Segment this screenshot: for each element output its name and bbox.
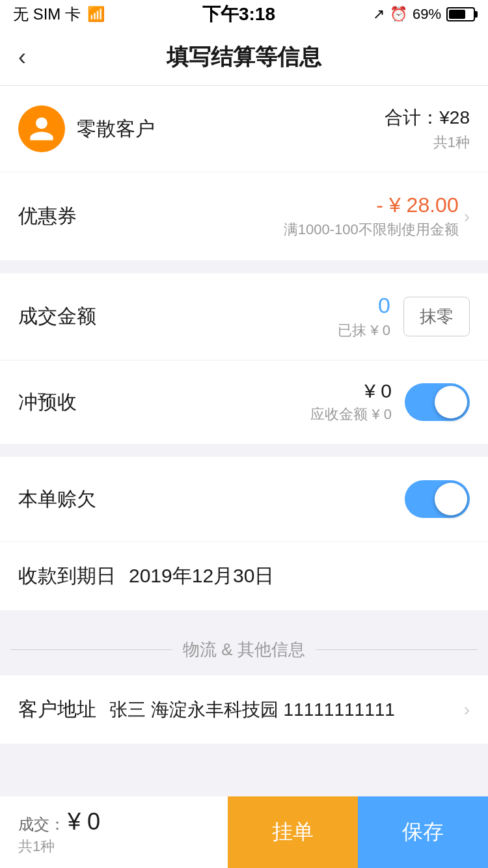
nav-bar: ‹ 填写结算等信息 [0, 29, 488, 86]
due-date-row: 收款到期日 2019年12月30日 [0, 541, 488, 610]
address-chevron-icon: › [464, 699, 470, 720]
prepaid-row: 冲预收 ¥ 0 应收金额 ¥ 0 [0, 360, 488, 444]
transaction-card: 成交金额 0 已抹 ¥ 0 抹零 冲预收 ¥ 0 应收金额 ¥ 0 [0, 273, 488, 444]
main-content: 零散客户 合计：¥28 共1种 优惠券 - ¥ 28.00 满1000-100不… [0, 86, 488, 835]
coupon-info: - ¥ 28.00 满1000-100不限制使用金额 [284, 193, 459, 239]
status-right: ↗ ⏰ 69% [373, 6, 475, 23]
debt-card: 本单赊欠 收款到期日 2019年12月30日 [0, 457, 488, 610]
carrier-label: 无 SIM 卡 [13, 4, 81, 25]
address-value: 张三 海淀永丰科技园 11111111111 [109, 698, 464, 722]
logistics-title: 物流 & 其他信息 [183, 638, 305, 661]
back-button[interactable]: ‹ [18, 44, 26, 71]
transaction-value: 0 [338, 293, 390, 318]
avatar [18, 105, 65, 152]
bottom-info: 成交： ¥ 0 共1种 [0, 808, 228, 856]
status-left: 无 SIM 卡 📶 [13, 4, 105, 25]
address-card: 客户地址 张三 海淀永丰科技园 11111111111 › [0, 675, 488, 744]
transaction-right: 0 已抹 ¥ 0 抹零 [338, 293, 470, 340]
save-label: 保存 [402, 818, 444, 847]
roundoff-button[interactable]: 抹零 [403, 297, 470, 336]
coupon-row[interactable]: 优惠券 - ¥ 28.00 满1000-100不限制使用金额 › [0, 172, 488, 260]
wifi-icon: 📶 [87, 6, 105, 23]
debt-toggle-knob [435, 483, 467, 515]
customer-card: 零散客户 合计：¥28 共1种 优惠券 - ¥ 28.00 满1000-100不… [0, 86, 488, 260]
prepaid-right: ¥ 0 应收金额 ¥ 0 [310, 380, 470, 424]
bottom-transaction-amount: ¥ 0 [68, 808, 100, 835]
address-label: 客户地址 [18, 696, 96, 723]
battery-fill [449, 10, 465, 19]
bottom-transaction-label: 成交： [18, 814, 65, 835]
coupon-label: 优惠券 [18, 203, 77, 230]
save-button[interactable]: 保存 [358, 796, 488, 868]
bottom-bar: 成交： ¥ 0 共1种 挂单 保存 [0, 796, 488, 868]
address-row[interactable]: 客户地址 张三 海淀永丰科技园 11111111111 › [0, 675, 488, 744]
alarm-icon: ⏰ [390, 6, 407, 23]
coupon-discount: - ¥ 28.00 [284, 193, 459, 217]
debt-toggle[interactable] [405, 480, 470, 518]
customer-name: 零散客户 [77, 116, 155, 142]
hang-button[interactable]: 挂单 [228, 796, 358, 868]
transaction-note: 已抹 ¥ 0 [338, 321, 390, 340]
total-count: 共1种 [385, 133, 470, 152]
due-date-value: 2019年12月30日 [129, 563, 274, 590]
customer-total: 合计：¥28 共1种 [385, 105, 470, 152]
debt-row: 本单赊欠 [0, 457, 488, 541]
status-time: 下午3:18 [202, 2, 275, 27]
chevron-right-icon: › [464, 206, 470, 227]
hang-label: 挂单 [272, 818, 314, 847]
divider-line-right [316, 649, 478, 650]
battery-icon [446, 7, 475, 21]
debt-label: 本单赊欠 [18, 486, 96, 513]
prepaid-values: ¥ 0 应收金额 ¥ 0 [310, 380, 392, 424]
status-bar: 无 SIM 卡 📶 下午3:18 ↗ ⏰ 69% [0, 0, 488, 29]
customer-left: 零散客户 [18, 105, 155, 152]
toggle-knob [435, 386, 467, 418]
transaction-row: 成交金额 0 已抹 ¥ 0 抹零 [0, 273, 488, 360]
customer-row: 零散客户 合计：¥28 共1种 [0, 86, 488, 172]
coupon-right: - ¥ 28.00 满1000-100不限制使用金额 › [284, 193, 470, 239]
divider-line-left [10, 649, 172, 650]
battery-percent: 69% [413, 6, 441, 23]
logistics-header: 物流 & 其他信息 [0, 623, 488, 675]
bottom-count: 共1种 [18, 837, 210, 856]
total-amount: 合计：¥28 [385, 105, 470, 130]
page-title: 填写结算等信息 [167, 42, 321, 72]
prepaid-label: 冲预收 [18, 389, 77, 416]
due-label: 收款到期日 [18, 563, 116, 590]
prepaid-toggle[interactable] [405, 383, 470, 421]
location-icon: ↗ [373, 6, 385, 23]
transaction-values: 0 已抹 ¥ 0 [338, 293, 390, 340]
bottom-transaction-line: 成交： ¥ 0 [18, 808, 210, 835]
prepaid-sub-value: 应收金额 ¥ 0 [310, 405, 392, 424]
user-icon [27, 115, 56, 143]
prepaid-main-value: ¥ 0 [310, 380, 392, 402]
coupon-description: 满1000-100不限制使用金额 [284, 220, 459, 239]
transaction-label: 成交金额 [18, 303, 96, 330]
